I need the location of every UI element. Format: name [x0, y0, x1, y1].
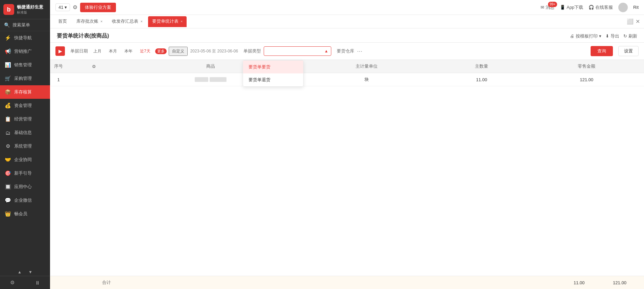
cell-qty: 11.00	[434, 73, 529, 86]
sidebar-item-cooperation[interactable]: 🤝 企业协同	[0, 153, 50, 166]
type-select-input[interactable]: ▲	[264, 46, 331, 56]
tab-collect-summary-close[interactable]: ×	[140, 19, 142, 23]
warehouse-filter-label: 要货仓库	[337, 48, 354, 54]
sidebar-item-basic[interactable]: 🗂 基础信息	[0, 126, 50, 139]
type-select-arrow-up: ▲	[324, 49, 328, 53]
cooperation-icon: 🤝	[5, 157, 11, 163]
msg-icon: ✉	[541, 5, 544, 10]
dropdown-item-order-purchase[interactable]: 要货单要货	[243, 61, 303, 73]
sidebar-item-marketing[interactable]: 📢 营销推广	[0, 45, 50, 58]
page-header-actions: 🖨 按模板打印 ▾ ⬇ 导出 ↻ 刷新	[570, 33, 637, 39]
trial-btn[interactable]: 体验行业方案	[80, 3, 116, 12]
sidebar-scroll-up[interactable]: ▲	[18, 270, 22, 274]
sidebar-item-operation[interactable]: 📋 经营管理	[0, 112, 50, 126]
sidebar-item-member[interactable]: 👑 畅会员	[0, 207, 50, 221]
tabs-close-all-icon[interactable]: ✕	[636, 18, 640, 25]
topbar: 41 ▾ ⚙ 体验行业方案 ✉ 消息 99+ 📱 App下载 🎧 在线客服 Ri…	[50, 0, 644, 15]
sidebar-item-guide[interactable]: 🎯 新手引导	[0, 166, 50, 180]
footer-label: 合计	[98, 280, 115, 286]
guide-icon: 🎯	[5, 170, 11, 176]
date-btn-custom[interactable]: 自定义	[169, 47, 188, 56]
sidebar-item-label: 应用中心	[14, 184, 32, 190]
query-btn[interactable]: 查询	[591, 46, 613, 56]
sidebar-item-inventory[interactable]: 📦 库存核算	[0, 85, 50, 99]
tab-collect-summary[interactable]: 收发存汇总表 ×	[108, 16, 146, 27]
app-logo-icon: b	[3, 4, 14, 15]
chevron-down-icon: ▾	[65, 5, 67, 10]
filter-expand-btn[interactable]: ▶	[55, 46, 65, 56]
print-label: 按模板打印	[576, 33, 598, 39]
sidebar-settings-btn[interactable]: ⚙	[10, 280, 15, 286]
sidebar-item-label: 系统管理	[14, 143, 32, 149]
tab-home-label: 首页	[58, 18, 67, 24]
warehouse-filter-group: 要货仓库 ⋯	[337, 48, 362, 54]
app-download-btn[interactable]: 📱 App下载	[560, 4, 583, 10]
store-selector[interactable]: 41 ▾	[55, 3, 70, 11]
date-btn-near7days[interactable]: 近7天	[137, 47, 153, 55]
cell-unit: 块	[300, 73, 434, 86]
type-filter-group: 单据类型 ▲	[243, 46, 331, 56]
sidebar-item-sales[interactable]: 📊 销售管理	[0, 58, 50, 72]
tab-home[interactable]: 首页	[54, 16, 71, 27]
sidebar-item-finance[interactable]: 💰 资金管理	[0, 99, 50, 112]
service-btn[interactable]: 🎧 在线客服	[589, 4, 613, 10]
topbar-left: 41 ▾ ⚙ 体验行业方案	[55, 3, 536, 12]
sidebar-item-system[interactable]: ⚙ 系统管理	[0, 139, 50, 153]
operation-icon: 📋	[5, 116, 11, 122]
apps-icon: 🔲	[5, 184, 11, 190]
sidebar-item-label: 库存核算	[14, 89, 32, 95]
phone-icon: 📱	[560, 5, 565, 10]
col-amount: 零售金额	[529, 60, 644, 73]
refresh-btn[interactable]: ↻ 刷新	[623, 33, 637, 39]
sidebar-item-quick-nav[interactable]: ⚡ 快捷导航	[0, 31, 50, 45]
msg-btn[interactable]: ✉ 消息 99+	[541, 4, 554, 10]
topbar-gear-icon[interactable]: ⚙	[73, 4, 77, 10]
export-btn[interactable]: ⬇ 导出	[605, 33, 619, 39]
warehouse-more-icon[interactable]: ⋯	[357, 48, 362, 54]
sidebar: b 畅捷通好生意 标准版 🔍 搜索菜单 ⚡ 快捷导航 📢 营销推广 📊 销售管理…	[0, 0, 50, 289]
footer-total-amount: 121.00	[599, 280, 640, 285]
app-logo-text: 畅捷通好生意 标准版	[17, 4, 43, 15]
print-btn[interactable]: 🖨 按模板打印 ▾	[570, 33, 601, 39]
app-title: 畅捷通好生意	[17, 4, 43, 10]
page-content: 要货单统计表(按商品) 🖨 按模板打印 ▾ ⬇ 导出 ↻ 刷新	[50, 28, 644, 289]
date-btn-this-year[interactable]: 本年	[122, 47, 135, 55]
date-filter-group: 单据日期 上月 本月 本年 近7天 更多 自定义 2023-05-06 至 20…	[70, 47, 238, 56]
sidebar-item-wechat[interactable]: 💬 企业微信	[0, 194, 50, 207]
tabs-maximize-icon[interactable]: ⬜	[627, 18, 634, 25]
date-filter-label: 单据日期	[70, 48, 88, 54]
col-gear[interactable]: ⚙	[67, 60, 121, 73]
sidebar-collapse-btn[interactable]: ⏸	[35, 280, 40, 286]
user-name: Rit	[633, 5, 639, 10]
table-row: 1 块 11.00 121.00	[50, 73, 644, 86]
quick-nav-icon: ⚡	[5, 35, 11, 41]
date-btn-this-month[interactable]: 本月	[106, 47, 120, 55]
marketing-icon: 📢	[5, 48, 11, 54]
sidebar-item-apps[interactable]: 🔲 应用中心	[0, 180, 50, 194]
table-wrapper: 序号 ⚙ 商品 主计量单位 主数量 零售金额 1	[50, 60, 644, 276]
tab-inventory-batch[interactable]: 库存批次账 ×	[72, 16, 106, 27]
sidebar-item-purchase[interactable]: 🛒 采购管理	[0, 72, 50, 85]
table-header-row: 序号 ⚙ 商品 主计量单位 主数量 零售金额	[50, 60, 644, 73]
sidebar-scroll-down[interactable]: ▼	[28, 270, 32, 274]
dropdown-item-order-return[interactable]: 要货单退货	[243, 73, 303, 86]
type-select[interactable]: ▲	[264, 46, 331, 56]
user-avatar[interactable]	[618, 3, 628, 12]
type-filter-label: 单据类型	[243, 48, 261, 54]
tab-inventory-batch-close[interactable]: ×	[100, 19, 102, 23]
sidebar-item-label: 采购管理	[14, 75, 32, 82]
print-chevron-icon: ▾	[599, 34, 601, 39]
settings-icon: ⚙	[10, 280, 15, 286]
tab-inventory-batch-label: 库存批次账	[76, 18, 98, 24]
search-menu[interactable]: 🔍 搜索菜单	[0, 19, 50, 31]
filter-settings-btn[interactable]: 设置	[618, 46, 639, 56]
print-icon: 🖨	[570, 34, 574, 39]
tab-order-stats[interactable]: 要货单统计表 ×	[148, 16, 187, 27]
date-more-badge[interactable]: 更多	[155, 48, 167, 54]
cell-amount: 121.00	[529, 73, 644, 86]
tab-order-stats-close[interactable]: ×	[181, 19, 183, 23]
date-btn-last-month[interactable]: 上月	[91, 47, 104, 55]
date-range-display: 2023-05-06 至 2023-06-06	[190, 48, 238, 54]
col-seq: 序号	[50, 60, 67, 73]
sidebar-item-label: 畅会员	[14, 211, 27, 217]
